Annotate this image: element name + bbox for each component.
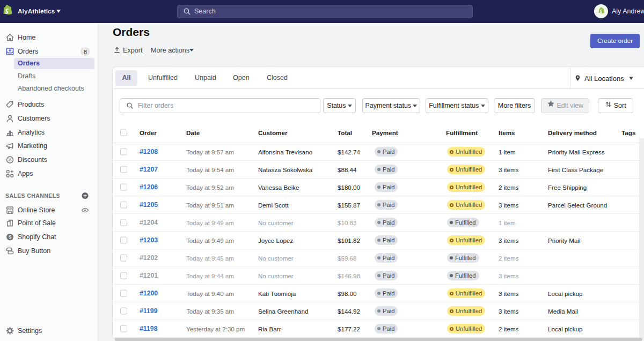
svg-text:S: S [9, 234, 12, 240]
